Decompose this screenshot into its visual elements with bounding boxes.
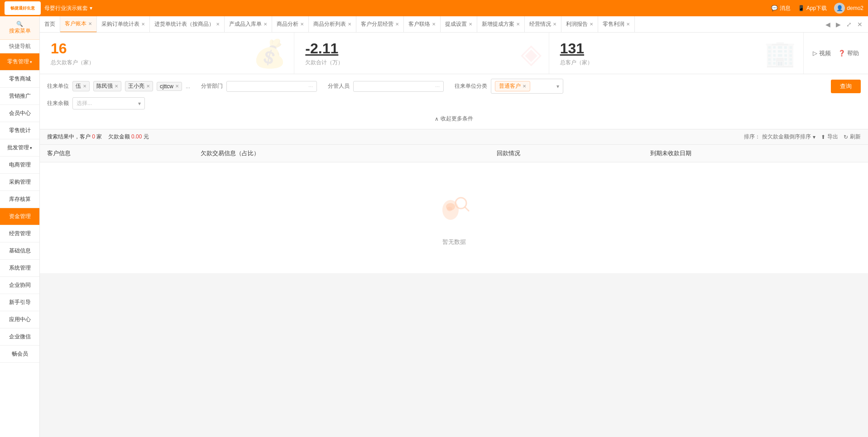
tab-close-icon[interactable]: ✕ (432, 22, 436, 27)
tab-close-icon[interactable]: ✕ (264, 22, 267, 27)
more-tags-btn[interactable]: ... (186, 83, 190, 90)
message-btn[interactable]: 💬 消息 (771, 5, 791, 12)
results-bar: 搜索结果中，客户 0 家 欠款金额 0.00 元 排序： 按欠款金额倒序排序 ▾ (40, 129, 868, 145)
tab-label: 采购订单统计表 (101, 20, 139, 28)
tab-label: 经营情况 (529, 20, 551, 28)
balance-filter-select[interactable]: 选择... ▾ (72, 97, 145, 109)
filter-tag-wang[interactable]: 王小亮 ✕ (125, 81, 153, 91)
tab-close-icon[interactable]: ✕ (216, 22, 220, 27)
tab-customer-segment[interactable]: 客户分层经营 ✕ (356, 16, 404, 33)
tag-close-icon[interactable]: ✕ (523, 84, 526, 89)
sidebar-item-retail-mgmt[interactable]: 零售管理 ▾ (0, 53, 39, 71)
sidebar-item-retail-mall[interactable]: 零售商城 (0, 71, 39, 88)
tabs-close-all-btn[interactable]: ✕ (855, 20, 864, 29)
sidebar-item-marketing[interactable]: 营销推广 (0, 88, 39, 105)
tab-customer-contact[interactable]: 客户联络 ✕ (404, 16, 441, 33)
tab-close-icon[interactable]: ✕ (553, 22, 556, 27)
sort-arrow-icon: ▾ (813, 134, 815, 140)
tag-close-icon[interactable]: ✕ (83, 84, 86, 89)
tab-improve-settings[interactable]: 提成设置 ✕ (441, 16, 477, 33)
sidebar-item-label: 畅会员 (12, 351, 28, 357)
data-table-container: 客户信息 欠款交易信息（占比） 回款情况 到期未收款日期 (40, 145, 868, 273)
sidebar-item-inventory-check[interactable]: 库存核算 (0, 191, 39, 208)
tab-new-improve-plan[interactable]: 新增提成方案 ✕ (477, 16, 525, 33)
sidebar-item-capital-mgmt[interactable]: 资金管理 (0, 208, 39, 225)
sidebar-item-basic-info[interactable]: 基础信息 (0, 242, 39, 260)
person-select-more: ··· (435, 83, 440, 90)
tag-close-icon[interactable]: ✕ (115, 84, 118, 89)
tab-goods-analysis-list[interactable]: 商品分析列表 ✕ (309, 16, 356, 33)
video-btn[interactable]: ▷ 视频 (813, 49, 831, 57)
results-summary: 搜索结果中，客户 0 家 欠款金额 0.00 元 (47, 133, 149, 141)
sidebar-item-label: 零售商城 (9, 76, 31, 82)
summary-card-customers: 💰 16 总欠款客户（家） (40, 33, 294, 74)
tab-close-icon[interactable]: ✕ (395, 22, 399, 27)
sidebar-item-operations-mgmt[interactable]: 经营管理 (0, 225, 39, 242)
collapse-btn[interactable]: ∧ 收起更多条件 (435, 113, 473, 124)
tab-close-icon[interactable]: ✕ (590, 22, 593, 27)
sidebar-item-system-mgmt[interactable]: 系统管理 (0, 260, 39, 277)
sidebar-item-retail-stats[interactable]: 零售统计 (0, 122, 39, 139)
app-download-btn[interactable]: 📱 App下载 (798, 5, 827, 12)
person-filter-select[interactable]: ··· (353, 81, 444, 92)
tab-home[interactable]: 首页 (40, 16, 60, 33)
tab-close-icon[interactable]: ✕ (626, 22, 630, 27)
tab-close-icon[interactable]: ✕ (141, 22, 145, 27)
export-btn[interactable]: ⬆ 导出 (821, 133, 838, 141)
tag-close-icon[interactable]: ✕ (146, 84, 150, 89)
select-arrow-icon: ▾ (138, 100, 141, 107)
sidebar-item-label: 企业协同 (9, 282, 31, 288)
card-bg-icon: 💰 (253, 37, 287, 69)
sidebar-item-label: 采购管理 (9, 179, 31, 185)
sidebar-search[interactable]: 🔍 搜索菜单 (0, 16, 39, 40)
tab-customer-accounts[interactable]: 客户账本 ✕ (60, 16, 97, 33)
sidebar-item-new-guide[interactable]: 新手引导 (0, 294, 39, 311)
sort-select[interactable]: 排序： 按欠款金额倒序排序 ▾ (744, 133, 815, 141)
sidebar-item-member-center[interactable]: 会员中心 (0, 105, 39, 122)
tag-close-icon[interactable]: ✕ (175, 84, 179, 89)
tab-retail-profit[interactable]: 零售利润 ✕ (598, 16, 635, 33)
help-btn[interactable]: ❓ 帮助 (838, 49, 859, 57)
tabs-prev-btn[interactable]: ◀ (824, 20, 832, 29)
sidebar-item-app-center[interactable]: 应用中心 (0, 311, 39, 328)
sidebar-item-ecommerce-mgmt[interactable]: 电商管理 (0, 157, 39, 174)
refresh-btn[interactable]: ↻ 刷新 (844, 133, 861, 141)
tab-close-icon[interactable]: ✕ (88, 21, 92, 26)
tab-inbound-stats[interactable]: 进货单统计表（按商品） ✕ (150, 16, 225, 33)
filter-tag-wu[interactable]: 伍 ✕ (72, 81, 90, 91)
tab-product-inbound[interactable]: 产成品入库单 ✕ (225, 16, 272, 33)
svg-line-3 (465, 207, 469, 211)
sidebar-item-label: 库存核算 (9, 196, 31, 202)
tab-profit-report[interactable]: 利润报告 ✕ (561, 16, 598, 33)
sidebar-quick-nav[interactable]: 快捷导航 (0, 40, 39, 53)
sidebar-item-enterprise-wechat[interactable]: 企业微信 (0, 328, 39, 346)
query-button[interactable]: 查询 (831, 80, 861, 93)
tab-close-icon[interactable]: ✕ (469, 22, 472, 27)
dept-filter-label: 分管部门 (201, 82, 223, 90)
tab-close-icon[interactable]: ✕ (348, 22, 351, 27)
unit-class-tag[interactable]: 普通客户 ✕ (495, 81, 530, 91)
tab-purchase-order-stats[interactable]: 采购订单统计表 ✕ (97, 16, 150, 33)
sidebar-item-purchase-mgmt[interactable]: 采购管理 (0, 174, 39, 191)
tab-label: 客户分层经营 (361, 20, 393, 28)
video-help-area: ▷ 视频 ❓ 帮助 (804, 33, 868, 74)
tag-text: 陈民强 (96, 82, 113, 90)
filter-tag-chen[interactable]: 陈民强 ✕ (93, 81, 121, 91)
tab-operations[interactable]: 经营情况 ✕ (525, 16, 561, 33)
user-avatar-btn[interactable]: 👤 demo2 (834, 3, 863, 14)
tab-close-icon[interactable]: ✕ (300, 22, 304, 27)
dept-filter-select[interactable]: ··· (226, 81, 317, 92)
tab-close-icon[interactable]: ✕ (516, 22, 520, 27)
tabs-next-btn[interactable]: ▶ (834, 20, 843, 29)
tabs-maximize-btn[interactable]: ⤢ (844, 20, 854, 29)
filter-tag-cj[interactable]: cjttcw ✕ (157, 82, 182, 91)
sidebar-item-vip-member[interactable]: 畅会员 (0, 346, 39, 363)
logo-text: 畅捷通好生意 (10, 5, 36, 12)
tab-goods-analysis[interactable]: 商品分析 ✕ (272, 16, 309, 33)
sidebar-item-enterprise-collab[interactable]: 企业协同 (0, 277, 39, 294)
sidebar-item-wholesale-mgmt[interactable]: 批发管理 ▾ (0, 139, 39, 157)
filter-area: 往来单位 伍 ✕ 陈民强 ✕ 王小亮 ✕ cjttcw (40, 74, 868, 129)
account-dropdown[interactable]: 母婴行业演示账套 ▾ (44, 5, 92, 12)
unit-class-filter-select[interactable]: 普通客户 ✕ ▾ (491, 79, 563, 94)
tab-label: 商品分析 (277, 20, 298, 28)
